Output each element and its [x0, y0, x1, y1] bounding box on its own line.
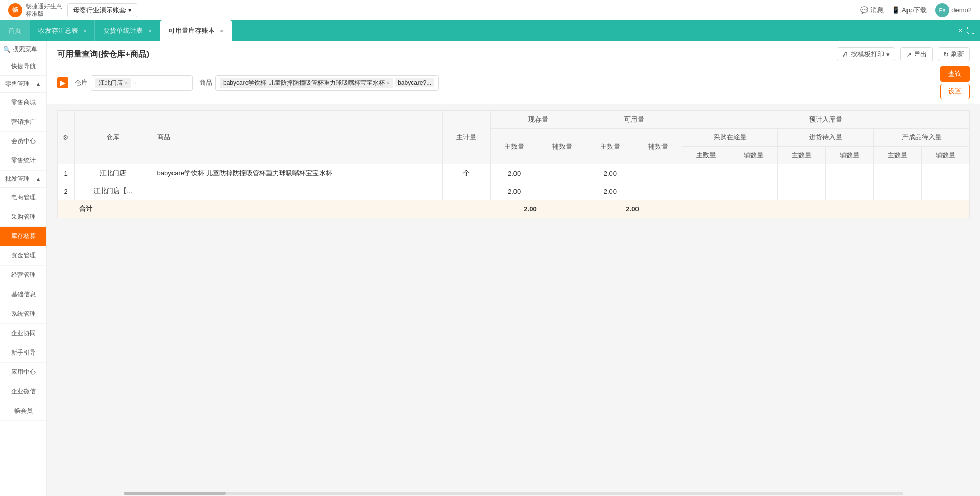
- close-all-tabs-icon[interactable]: ×: [958, 26, 963, 35]
- page-actions: 🖨 按模板打印 ▾ ↗ 导出 ↻ 刷新: [837, 47, 970, 61]
- stock-main-header: 主数量: [491, 129, 538, 164]
- product-cell: babycare学饮杯 儿童防摔防撞吸管杯重力球吸嘴杯宝宝水杯: [152, 164, 443, 182]
- incoming-subgroup-header: 进货待入量: [778, 129, 874, 147]
- sidebar-item-app-center[interactable]: 应用中心: [0, 363, 46, 382]
- content-area: 可用量查询(按仓库+商品) 🖨 按模板打印 ▾ ↗ 导出 ↻ 刷新: [47, 41, 980, 496]
- table-wrapper: ⚙ 仓库 商品 主计量 现存量 可用量 预计入库量 主数量 辅数量 主数量 辅数…: [47, 104, 980, 490]
- production-main-cell: [874, 164, 922, 182]
- page-title: 可用量查询(按仓库+商品): [57, 49, 149, 60]
- column-settings-icon[interactable]: ⚙: [63, 134, 69, 141]
- tag-close-icon[interactable]: ×: [386, 80, 389, 86]
- sidebar-item-retail-mall[interactable]: 零售商城: [0, 93, 46, 112]
- sidebar-item-marketing[interactable]: 营销推广: [0, 112, 46, 132]
- stock-aux-header: 辅数量: [538, 129, 586, 164]
- sidebar-item-finance[interactable]: 资金管理: [0, 246, 46, 266]
- incoming-aux-header: 辅数量: [826, 147, 874, 164]
- refresh-icon: ↻: [943, 51, 949, 58]
- table-row: 1 江北门店 babycare学饮杯 儿童防摔防撞吸管杯重力球吸嘴杯宝宝水杯 个…: [58, 164, 970, 182]
- horizontal-scrollbar[interactable]: [124, 492, 903, 495]
- seq-cell: 1: [58, 164, 75, 182]
- stock-main-cell: 2.00: [491, 164, 538, 182]
- warehouse-tag: 江北门店 ×: [95, 78, 131, 88]
- tab-order-stats[interactable]: 要货单统计表 ×: [95, 20, 160, 41]
- sidebar-item-wechat[interactable]: 企业微信: [0, 382, 46, 401]
- message-button[interactable]: 💬 消息: [860, 6, 884, 15]
- sidebar-item-purchase[interactable]: 采购管理: [0, 207, 46, 227]
- tab-close-icon[interactable]: ×: [220, 28, 223, 34]
- chevron-down-icon: ▾: [886, 51, 890, 58]
- page-header: 可用量查询(按仓库+商品) 🖨 按模板打印 ▾ ↗ 导出 ↻ 刷新: [47, 41, 980, 61]
- main-layout: 🔍 搜索菜单 快捷导航 零售管理 ▲ 零售商城 营销推广 会员中心 零售统计 批…: [0, 41, 980, 496]
- production-main-header: 主数量: [874, 147, 922, 164]
- setting-button[interactable]: 设置: [940, 84, 970, 99]
- query-actions: 查询 设置: [940, 66, 970, 99]
- product-col-header: 商品: [152, 111, 443, 164]
- tag-close-icon[interactable]: ×: [125, 80, 128, 86]
- sidebar-item-system[interactable]: 系统管理: [0, 304, 46, 324]
- chevron-down-icon: ▾: [128, 6, 132, 14]
- table-footer: 合计 2.00 2.00: [57, 200, 970, 218]
- table-row: 2 江北门店【... 2.00 2.00: [58, 182, 970, 200]
- tab-available-inventory[interactable]: 可用量库存账本 ×: [160, 20, 232, 41]
- arrow-icon: ▲: [35, 81, 41, 88]
- print-button[interactable]: 🖨 按模板打印 ▾: [837, 47, 895, 61]
- sidebar-item-retail-mgmt[interactable]: 零售管理 ▲: [0, 76, 46, 93]
- filter-toggle-button[interactable]: ▶: [57, 77, 68, 88]
- product-tag-1: babycare学饮杯 儿童防摔防撞吸管杯重力球吸嘴杯宝宝水杯 ×: [220, 78, 393, 88]
- purchase-aux-header: 辅数量: [730, 147, 778, 164]
- sidebar-item-quick-nav[interactable]: 快捷导航: [0, 58, 46, 76]
- warehouse-cell: 江北门店: [75, 164, 152, 182]
- unit-col-header: 主计量: [443, 111, 491, 164]
- user-area[interactable]: Ea demo2: [935, 3, 972, 17]
- sidebar-item-basic-info[interactable]: 基础信息: [0, 285, 46, 304]
- sidebar-item-retail-stats[interactable]: 零售统计: [0, 151, 46, 171]
- tab-close-icon[interactable]: ×: [148, 28, 151, 34]
- sidebar-item-newbie[interactable]: 新手引导: [0, 343, 46, 363]
- production-subgroup-header: 产成品待入量: [874, 129, 970, 147]
- sidebar-item-operations[interactable]: 经营管理: [0, 266, 46, 285]
- incoming-aux-cell: [826, 164, 874, 182]
- tab-close-icon[interactable]: ×: [83, 28, 86, 34]
- sidebar-item-inventory[interactable]: 库存核算: [0, 227, 46, 246]
- refresh-button[interactable]: ↻ 刷新: [938, 47, 970, 61]
- sidebar-item-member[interactable]: 畅会员: [0, 401, 46, 421]
- product-input[interactable]: babycare学饮杯 儿童防摔防撞吸管杯重力球吸嘴杯宝宝水杯 × babyca…: [215, 75, 439, 91]
- sidebar-item-wholesale-mgmt[interactable]: 批发管理 ▲: [0, 171, 46, 188]
- tab-home[interactable]: 首页: [0, 20, 30, 41]
- query-button[interactable]: 查询: [940, 66, 970, 82]
- tab-receive-summary[interactable]: 收发存汇总表 ×: [30, 20, 95, 41]
- sidebar-item-ecommerce[interactable]: 电商管理: [0, 188, 46, 207]
- sidebar-search[interactable]: 🔍 搜索菜单: [0, 41, 46, 58]
- warehouse-col-header: 仓库: [75, 111, 152, 164]
- avail-aux-header: 辅数量: [634, 129, 682, 164]
- export-button[interactable]: ↗ 导出: [900, 47, 933, 61]
- fullscreen-icon[interactable]: ⛶: [967, 26, 975, 35]
- scrollbar-thumb[interactable]: [124, 492, 226, 495]
- print-icon: 🖨: [842, 51, 849, 58]
- arrow-icon: ▲: [35, 176, 41, 183]
- production-aux-cell: [922, 182, 970, 200]
- app-name: 畅捷通好生意 标准版: [26, 3, 62, 17]
- avail-main-cell: 2.00: [586, 164, 634, 182]
- purchase-main-cell: [682, 164, 730, 182]
- stock-main-cell: 2.00: [491, 182, 538, 200]
- warehouse-input[interactable]: 江北门店 × ···: [91, 75, 193, 91]
- download-icon: 📱: [892, 6, 900, 14]
- top-bar: 畅 畅捷通好生意 标准版 母婴行业演示账套 ▾ 💬 消息 📱 App下载 Ea …: [0, 0, 980, 20]
- avail-main-cell: 2.00: [586, 182, 634, 200]
- sidebar: 🔍 搜索菜单 快捷导航 零售管理 ▲ 零售商城 营销推广 会员中心 零售统计 批…: [0, 41, 47, 496]
- unit-cell: [443, 182, 491, 200]
- forecast-group-header: 预计入库量: [682, 111, 969, 129]
- incoming-main-cell: [778, 164, 826, 182]
- sidebar-item-member-center[interactable]: 会员中心: [0, 132, 46, 151]
- product-tag-2: babycare?...: [395, 78, 434, 87]
- top-bar-right: 💬 消息 📱 App下载 Ea demo2: [860, 3, 972, 17]
- template-selector[interactable]: 母婴行业演示账套 ▾: [67, 3, 137, 17]
- top-bar-left: 畅 畅捷通好生意 标准版 母婴行业演示账套 ▾: [8, 3, 137, 17]
- more-icon: ···: [133, 79, 138, 86]
- sidebar-item-enterprise-collab[interactable]: 企业协同: [0, 324, 46, 343]
- app-download-button[interactable]: 📱 App下载: [892, 6, 927, 15]
- stock-aux-cell: [538, 182, 586, 200]
- avail-main-header: 主数量: [586, 129, 634, 164]
- unit-cell: 个: [443, 164, 491, 182]
